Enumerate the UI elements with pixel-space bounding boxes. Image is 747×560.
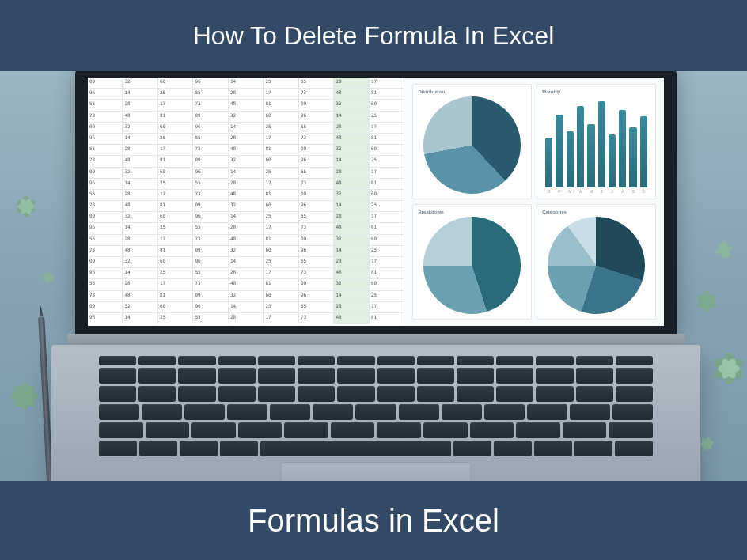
chart-title: Distribution (418, 89, 526, 94)
pie-chart-2: Breakdown (412, 204, 532, 320)
laptop-hinge (67, 334, 684, 345)
keyboard (99, 356, 653, 456)
pie-chart-3: Categories (537, 204, 656, 320)
footer-title: Formulas in Excel (248, 503, 499, 539)
succulent-decoration (711, 236, 738, 263)
succulent-decoration (38, 267, 58, 287)
footer-banner: Formulas in Excel (0, 481, 747, 560)
succulent-decoration (709, 349, 747, 388)
chart-title: Categories (542, 210, 650, 214)
succulent-decoration (11, 191, 41, 221)
page-title: How To Delete Formula In Excel (193, 21, 554, 51)
chart-title: Breakdown (418, 210, 526, 214)
chart-title: Monthly (542, 89, 650, 94)
succulent-decoration (692, 286, 722, 316)
succulent-decoration (6, 378, 43, 414)
pie-chart-1: Distribution (412, 84, 532, 199)
spreadsheet-panel: 0932609614255528179614255528177348815528… (88, 78, 404, 326)
bar-chart: Monthly JFMAMJJASO (537, 84, 656, 199)
header-banner: How To Delete Formula In Excel (0, 0, 747, 71)
laptop: 0932609614255528179614255528177348815528… (75, 71, 677, 481)
dashboard-panel: Distribution Monthly JFMAMJJASO Breakdow… (404, 78, 664, 326)
laptop-screen-frame: 0932609614255528179614255528177348815528… (75, 71, 677, 334)
trackpad (281, 462, 471, 481)
hero-scene: 0932609614255528179614255528177348815528… (0, 71, 747, 481)
laptop-screen: 0932609614255528179614255528177348815528… (88, 78, 664, 326)
laptop-deck (51, 345, 700, 481)
